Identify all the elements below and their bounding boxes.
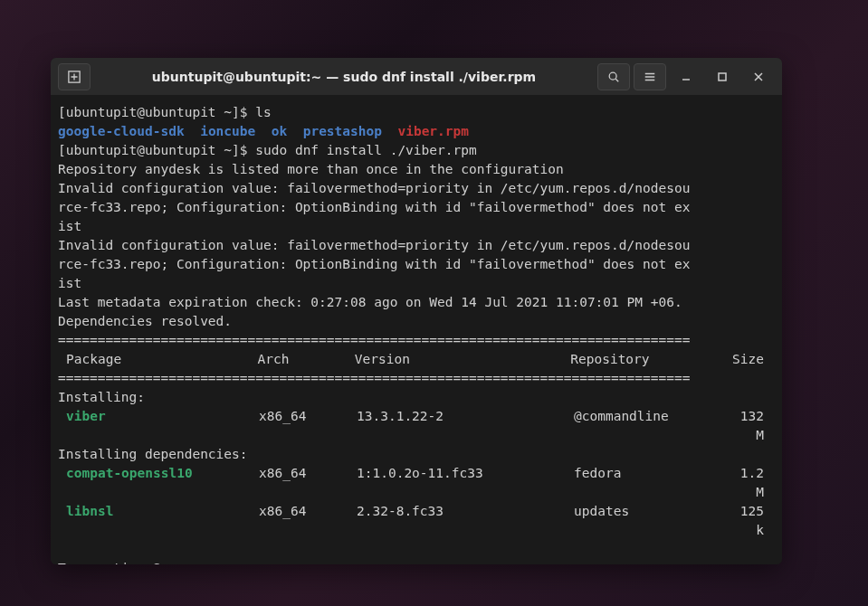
package-arch: x86_64 <box>259 407 357 445</box>
output-line: Last metadata expiration check: 0:27:08 … <box>58 293 775 312</box>
section-label: Installing: <box>58 388 775 407</box>
dir-item: ioncube <box>200 124 255 138</box>
table-row: viber x86_64 13.3.1.22-2 @commandline 13… <box>58 407 775 445</box>
table-row: compat-openssl10 x86_64 1:1.0.2o-11.fc33… <box>58 464 775 502</box>
close-icon <box>753 71 764 82</box>
minimize-button[interactable] <box>668 63 704 90</box>
prompt-line: [ubuntupit@ubuntupit ~]$ ls <box>58 103 775 122</box>
package-size: 125 k <box>737 502 775 540</box>
header-arch: Arch <box>258 350 355 369</box>
output-line: ist <box>58 217 775 236</box>
output-line: rce-fc33.repo; Configuration: OptionBind… <box>58 198 775 217</box>
dir-item: ok <box>272 124 287 138</box>
package-version: 1:1.0.2o-11.fc33 <box>357 464 574 502</box>
header-repo: Repository <box>570 350 732 369</box>
package-version: 13.3.1.22-2 <box>357 407 574 445</box>
minimize-icon <box>681 71 692 82</box>
titlebar: ubuntupit@ubuntupit:~ — sudo dnf install… <box>51 58 782 96</box>
package-arch: x86_64 <box>259 464 357 502</box>
output-line: Invalid configuration value: failovermet… <box>58 236 775 255</box>
package-name: viber <box>58 407 259 445</box>
section-label: Installing dependencies: <box>58 445 775 464</box>
search-button[interactable] <box>597 63 630 90</box>
terminal-window: ubuntupit@ubuntupit:~ — sudo dnf install… <box>51 58 782 564</box>
package-arch: x86_64 <box>259 502 357 540</box>
close-button[interactable] <box>740 63 777 90</box>
output-line: Invalid configuration value: failovermet… <box>58 179 775 198</box>
header-size: Size <box>732 350 775 369</box>
package-repo: fedora <box>574 464 737 502</box>
section-label: Transaction Summary <box>58 559 775 564</box>
package-repo: @commandline <box>574 407 737 445</box>
dir-item: google-cloud-sdk <box>58 124 185 138</box>
package-name: libnsl <box>58 502 259 540</box>
package-version: 2.32-8.fc33 <box>357 502 574 540</box>
output-line: ist <box>58 274 775 293</box>
output-line: Repository anydesk is listed more than o… <box>58 160 775 179</box>
table-row: libnsl x86_64 2.32-8.fc33 updates 125 k <box>58 502 775 540</box>
separator-line: ========================================… <box>58 331 775 350</box>
menu-button[interactable] <box>634 63 666 90</box>
package-name: compat-openssl10 <box>58 464 259 502</box>
file-item: viber.rpm <box>397 124 469 138</box>
svg-point-1 <box>609 72 616 80</box>
plus-box-icon <box>68 71 81 83</box>
prompt: [ubuntupit@ubuntupit ~]$ <box>58 143 255 157</box>
prompt: [ubuntupit@ubuntupit ~]$ <box>58 105 255 119</box>
window-title: ubuntupit@ubuntupit:~ — sudo dnf install… <box>92 70 596 84</box>
header-package: Package <box>66 350 258 369</box>
command-text: ls <box>255 105 271 119</box>
dir-item: prestashop <box>303 124 382 138</box>
table-header: Package Arch Version Repository Size <box>58 350 775 369</box>
svg-rect-2 <box>719 73 726 80</box>
separator-line: ========================================… <box>58 369 775 388</box>
package-repo: updates <box>574 502 737 540</box>
terminal-output[interactable]: [ubuntupit@ubuntupit ~]$ ls google-cloud… <box>51 96 782 564</box>
search-icon <box>607 71 620 83</box>
prompt-line: [ubuntupit@ubuntupit ~]$ sudo dnf instal… <box>58 141 775 160</box>
package-size: 132 M <box>737 407 775 445</box>
blank-line <box>58 540 775 559</box>
maximize-button[interactable] <box>704 63 740 90</box>
output-line: Dependencies resolved. <box>58 312 775 331</box>
header-version: Version <box>355 350 570 369</box>
new-tab-button[interactable] <box>58 63 91 90</box>
hamburger-icon <box>644 71 656 83</box>
output-line: rce-fc33.repo; Configuration: OptionBind… <box>58 255 775 274</box>
maximize-icon <box>717 71 728 82</box>
package-size: 1.2 M <box>737 464 775 502</box>
command-text: sudo dnf install ./viber.rpm <box>255 143 476 157</box>
ls-output: google-cloud-sdk ioncube ok prestashop v… <box>58 122 775 141</box>
